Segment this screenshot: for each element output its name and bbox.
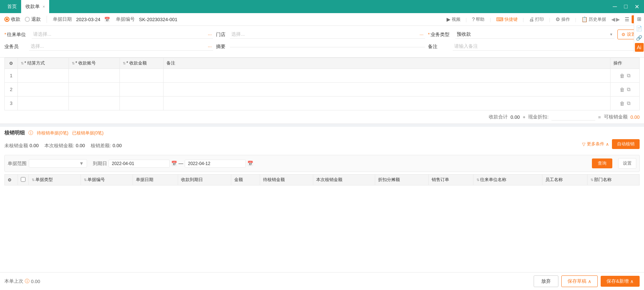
history-btn[interactable]: 📋 历史单据 <box>579 16 608 23</box>
row-1-note[interactable] <box>164 69 610 83</box>
total-value: 0.00 <box>511 114 520 120</box>
counterparty-more-icon[interactable]: ··· <box>208 32 212 37</box>
query-button[interactable]: 查询 <box>592 158 612 168</box>
row-1-delete-icon[interactable]: 🗑 <box>620 73 625 79</box>
sidebar-doc-icon[interactable]: 📄 <box>635 24 644 33</box>
row-2-note[interactable] <box>164 83 610 97</box>
col-type: ⇅单据类型 <box>29 175 81 185</box>
row-1-account[interactable] <box>69 69 120 83</box>
sidebar-table-icon[interactable]: ⊞ <box>635 15 644 23</box>
prev-arrow[interactable]: ◀ <box>611 16 615 22</box>
note-input-wrap[interactable]: 请输入备注 <box>453 42 637 51</box>
store-more-icon[interactable]: ··· <box>420 32 424 37</box>
counterparty-label: 往来单位 <box>7 31 29 38</box>
col-counterparty: ⇅往来单位名称 <box>474 175 542 185</box>
bottom-gear-col[interactable]: ⚙ <box>5 175 18 185</box>
due-start-cal-icon[interactable]: 📅 <box>171 161 177 166</box>
save-new-button[interactable]: 保存&新增 ∧ <box>601 276 640 287</box>
verification-info-icon[interactable]: ⓘ <box>28 130 33 136</box>
sidebar-ai-icon[interactable]: Ai <box>635 43 644 52</box>
refund-radio[interactable]: 退款 <box>25 16 41 23</box>
window-close-icon[interactable]: ✕ <box>632 2 641 11</box>
note-label: 备注 <box>428 43 450 50</box>
agent-input: 选择... <box>31 43 206 50</box>
diff-value: 0.00 <box>113 143 122 148</box>
discount-input[interactable] <box>551 113 595 121</box>
counterparty-input-wrap[interactable]: 请选择... ··· <box>32 30 213 39</box>
next-arrow[interactable]: ▶ <box>616 16 620 22</box>
note-field: 备注 请输入备注 <box>428 42 640 51</box>
row-3-account[interactable] <box>69 97 120 110</box>
row-1-copy-icon[interactable]: ⧉ <box>627 72 631 79</box>
shortcut-btn[interactable]: ⌨ 快捷键 <box>494 16 520 23</box>
chevron-up-icon: ∧ <box>606 142 609 147</box>
sidebar-link-icon[interactable]: 🔗 <box>635 34 644 42</box>
row-2-settlement[interactable] <box>18 83 69 97</box>
store-input-wrap[interactable]: 选择... ··· <box>230 30 425 39</box>
date-value: 2023-03-24 <box>76 17 101 22</box>
settings-label: 设置 <box>623 161 632 166</box>
row-1-settlement[interactable] <box>18 69 69 83</box>
row-3-copy-icon[interactable]: ⧉ <box>627 100 631 106</box>
receipt-radio[interactable]: 收款 <box>4 16 20 23</box>
row-3-settlement[interactable] <box>18 97 69 110</box>
num-value: SK-20230324-001 <box>139 17 178 22</box>
auto-verify-btn[interactable]: 自动核销 <box>612 139 640 149</box>
per-page-value: 0.00 <box>31 279 40 284</box>
pending-tab-link[interactable]: 待核销单据(0笔) <box>37 130 68 136</box>
available-label: 可核销金额 <box>604 114 628 120</box>
row-2-delete-icon[interactable]: 🗑 <box>620 87 625 93</box>
due-label: 到期日 <box>93 160 107 167</box>
range-label: 单据范围 <box>8 160 27 167</box>
save-draft-button[interactable]: 保存草稿 ∧ <box>561 275 598 287</box>
history-label: 历史单据 <box>589 16 606 23</box>
date-picker-icon[interactable]: 📅 <box>104 17 110 22</box>
tab-label: 收款单 <box>25 3 40 10</box>
print-btn[interactable]: 🖨 打印 <box>527 16 546 23</box>
window-min-icon[interactable]: ─ <box>610 2 619 11</box>
select-all-checkbox[interactable] <box>21 177 25 182</box>
window-max-icon[interactable]: □ <box>621 2 630 11</box>
bottom-checkbox-col[interactable] <box>18 175 29 185</box>
discard-button[interactable]: 放弃 <box>534 275 558 287</box>
agent-input-wrap[interactable]: 选择... ··· <box>29 42 213 51</box>
note-input: 请输入备注 <box>454 43 635 50</box>
counterparty-field: * 往来单位 请选择... ··· <box>4 30 216 39</box>
video-btn[interactable]: ▶ 视频 <box>444 16 463 23</box>
row-1-amount[interactable] <box>120 69 164 83</box>
done-tab-link[interactable]: 已核销单据(0笔) <box>72 130 104 136</box>
summary-input-wrap[interactable] <box>230 46 425 47</box>
row-2-amount[interactable] <box>120 83 164 97</box>
type-select[interactable]: 预收款 ▼ <box>455 30 614 39</box>
bottom-settings-btn[interactable]: 设置 <box>618 158 636 169</box>
diff-stat: 核销差额: 0.00 <box>91 142 122 149</box>
unverified-label: 未核销金额 <box>4 142 28 149</box>
due-end-input[interactable] <box>185 160 246 168</box>
per-page-info-icon[interactable]: ⓘ <box>25 278 30 285</box>
receipt-tab[interactable]: 收款单 × <box>21 0 49 13</box>
row-3-amount[interactable] <box>120 97 164 110</box>
row-3-delete-icon[interactable]: 🗑 <box>620 101 625 106</box>
due-start-input[interactable] <box>109 160 170 168</box>
table-row: 3 🗑 ⧉ <box>5 97 640 110</box>
home-tab[interactable]: 首页 <box>3 0 21 13</box>
row-2-account[interactable] <box>69 83 120 97</box>
range-select[interactable]: ▼ <box>29 159 87 168</box>
row-2-copy-icon[interactable]: ⧉ <box>627 86 631 93</box>
refund-radio-label: 退款 <box>31 16 41 23</box>
filter-icon: ▽ <box>582 142 585 147</box>
due-end-cal-icon[interactable]: 📅 <box>247 161 253 166</box>
diff-label: 核销差额: <box>91 142 111 149</box>
help-btn[interactable]: ? 帮助 <box>470 16 487 23</box>
agent-more-icon[interactable]: ··· <box>208 44 212 49</box>
gear-icon: ⚙ <box>621 32 625 37</box>
more-conditions-btn[interactable]: ▽ 更多条件 ∧ <box>582 141 609 147</box>
operate-btn[interactable]: ⚙ 操作 <box>553 16 572 23</box>
gear-col-header[interactable]: ⚙ <box>5 58 18 69</box>
row-3-note[interactable] <box>164 97 610 110</box>
summary-label: 摘要 <box>216 43 227 50</box>
tab-close-icon[interactable]: × <box>43 4 45 9</box>
list-view-btn[interactable]: ☰ <box>623 15 631 23</box>
col-amount: 金额 <box>231 175 260 185</box>
account-col-header: ⇅* 收款账号 <box>69 58 120 69</box>
